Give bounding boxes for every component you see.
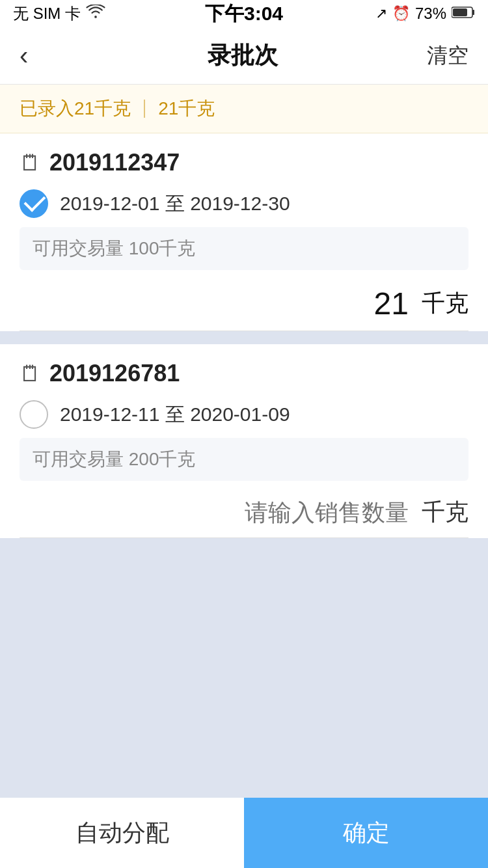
- empty-area: [0, 538, 488, 798]
- batch-id-2: 2019126781: [49, 360, 180, 387]
- batch-row-1: 2019-12-01 至 2019-12-30: [0, 183, 488, 227]
- radio-1[interactable]: [20, 189, 48, 218]
- available-1: 可用交易量 100千克: [20, 227, 468, 270]
- clear-button[interactable]: 清空: [427, 42, 468, 70]
- status-left: 无 SIM 卡: [13, 3, 105, 24]
- status-bar: 无 SIM 卡 下午3:04 ↗ ⏰ 73%: [0, 0, 488, 27]
- batch-card-1: 🗒 2019112347 2019-12-01 至 2019-12-30 可用交…: [0, 133, 488, 331]
- batch-id-1: 2019112347: [49, 149, 180, 176]
- quantity-unit-1: 千克: [422, 288, 468, 319]
- quantity-value-1: 21: [357, 286, 409, 321]
- svg-rect-1: [472, 10, 474, 15]
- content-area: 已录入21千克 21千克 🗒 2019112347 2019-12-01 至 2…: [0, 85, 488, 868]
- wifi-icon: [86, 5, 105, 23]
- nav-bar: ‹ 录批次 清空: [0, 27, 488, 85]
- batch-separator: [0, 331, 488, 344]
- available-2: 可用交易量 200千克: [20, 438, 468, 481]
- quantity-unit-2: 千克: [422, 496, 468, 528]
- summary-entered: 已录入21千克: [20, 96, 131, 121]
- quantity-input-row-2: 千克: [0, 490, 488, 528]
- auto-distribute-button[interactable]: 自动分配: [0, 798, 244, 868]
- bottom-bar: 自动分配 确定: [0, 798, 488, 868]
- status-time: 下午3:04: [205, 1, 283, 27]
- status-right: ↗ ⏰ 73%: [375, 5, 475, 23]
- back-button[interactable]: ‹: [20, 41, 59, 70]
- battery-icon: [452, 5, 475, 23]
- summary-total: 21千克: [158, 96, 215, 121]
- confirm-button[interactable]: 确定: [244, 798, 488, 868]
- summary-divider: [144, 100, 145, 118]
- batch-date-1: 2019-12-01 至 2019-12-30: [60, 191, 290, 217]
- quantity-input-2[interactable]: [20, 499, 409, 526]
- battery-text: 73%: [415, 5, 446, 23]
- page-title: 录批次: [208, 40, 278, 72]
- radio-2[interactable]: [20, 400, 48, 429]
- batch-date-2: 2019-12-11 至 2020-01-09: [60, 401, 290, 428]
- svg-rect-2: [453, 8, 467, 16]
- quantity-row-1: 21 千克: [0, 279, 488, 321]
- batch-row-2: 2019-12-11 至 2020-01-09: [0, 394, 488, 438]
- summary-bar: 已录入21千克 21千克: [0, 85, 488, 133]
- location-icon: ↗: [375, 5, 387, 22]
- batch-header-2: 🗒 2019126781: [0, 344, 488, 394]
- alarm-icon: ⏰: [392, 5, 410, 22]
- batch-icon-2: 🗒: [20, 361, 42, 387]
- batch-header-1: 🗒 2019112347: [0, 133, 488, 183]
- batch-icon-1: 🗒: [20, 150, 42, 176]
- carrier-text: 无 SIM 卡: [13, 3, 81, 24]
- batch-card-2: 🗒 2019126781 2019-12-11 至 2020-01-09 可用交…: [0, 344, 488, 538]
